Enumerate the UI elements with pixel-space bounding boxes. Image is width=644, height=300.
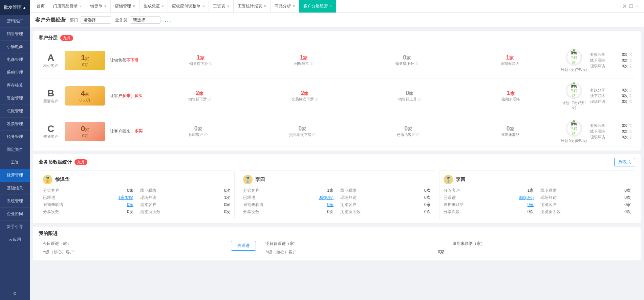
- tab-receivable[interactable]: 应收应付调整单×: [168, 0, 209, 13]
- sidebar-toggle-icon[interactable]: ▲: [23, 6, 26, 9]
- tier-stat-a-0: 1家 销售额下滑 ⓘ: [187, 54, 215, 66]
- tab-close-salary-table[interactable]: ×: [227, 4, 229, 8]
- tab-product-analysis[interactable]: 商品分析×: [271, 0, 299, 13]
- today-label-a: A级（核心）客户: [43, 249, 74, 255]
- tier-stat-b-1: 2家 交易频次下滑 ⓘ: [289, 90, 321, 102]
- tier-stat-b-2: 0家 销售额上升 ⓘ: [395, 90, 424, 102]
- sidebar-item-marketing[interactable]: 营销推广: [0, 15, 30, 28]
- dept-select[interactable]: 请选择: [81, 16, 111, 24]
- staff-stats-2: 分管客户 1家 线下联络 0次 已跟进 0家(0%) 现场拜访 0次 逾期未联络…: [444, 188, 631, 215]
- tier-stats-b: 2家 销售额下滑 ⓘ 2家 交易频次下滑 ⓘ 0家 销售额上升 ⓘ 1家 逾期未…: [148, 90, 560, 102]
- staff-name-2: 李四: [456, 177, 465, 183]
- tier-stat-a-1: 1家 回购异常 ⓘ: [292, 54, 316, 66]
- sidebar-item-system[interactable]: 系统管理: [0, 195, 30, 208]
- section-header: 客户分层 九月: [39, 35, 635, 41]
- section-title: 客户分层: [39, 35, 58, 41]
- tier-count-b: 4家 0.53万: [65, 86, 105, 106]
- staff-label: 业务员: [115, 17, 127, 23]
- sidebar-title: 批发管理: [4, 4, 21, 10]
- tier-circle-a: 0% 已联络 计划 4次 (7天/次): [560, 48, 587, 72]
- tab-close-product-analysis[interactable]: ×: [293, 4, 295, 8]
- tab-sales-order[interactable]: 销货单×: [86, 0, 111, 13]
- sidebar-item-ledger[interactable]: 总账管理: [0, 105, 30, 118]
- tab-close-store-products[interactable]: ×: [80, 4, 82, 8]
- staff-grid: 🥇 徐泽华 分管客户 0家 线下联络 0次 已跟进 1家(0%) 现场拜访 1次…: [39, 170, 635, 219]
- tab-close-sales-order[interactable]: ×: [104, 4, 106, 8]
- tab-voucher[interactable]: 生成凭证×: [139, 0, 168, 13]
- tab-close-receivable[interactable]: ×: [202, 4, 205, 8]
- staff-avatar-2: 🥈: [444, 175, 453, 184]
- tier-count-c: 0家 0万: [65, 122, 105, 141]
- staff-select[interactable]: 请选择: [130, 16, 160, 24]
- sidebar-item-collab[interactable]: 企业协同: [0, 208, 30, 221]
- staff-avatar-1: 🥈: [243, 175, 253, 184]
- page-header: 客户分层经营 部门 请选择 业务员 请选择 ...: [30, 13, 644, 27]
- tab-actions: ✕ □ ≡: [620, 3, 641, 9]
- sidebar-item-inventory[interactable]: 库存核算: [0, 79, 30, 92]
- tier-stat-a-3: 1家 逾期未联络: [498, 54, 522, 66]
- sidebar-item-basic[interactable]: 基础信息: [0, 182, 30, 195]
- sidebar-item-tax[interactable]: 税务管理: [0, 131, 30, 143]
- staff-card-header-0: 🥇 徐泽华: [43, 175, 230, 184]
- tab-close-customer-tier[interactable]: ×: [330, 4, 332, 8]
- today-followup-col: 今日跟进（家） A级（核心）客户: [39, 241, 226, 256]
- tab-store-products[interactable]: 门店商品目录×: [49, 0, 86, 13]
- sidebar-item-guide[interactable]: 新手引导: [0, 221, 30, 233]
- staff-card-0: 🥇 徐泽华 分管客户 0家 线下联络 0次 已跟进 1家(0%) 现场拜访 1次…: [39, 170, 235, 219]
- tier-circle-c: 0% 已联络 计划 0次 (0天/次): [560, 119, 587, 143]
- sidebar-item-mobile[interactable]: 小畅电商: [0, 41, 30, 53]
- biz-header: 业务员数据统计 九月 列表式: [39, 158, 635, 166]
- tomorrow-label: 明日待跟进（家）: [265, 241, 444, 247]
- sidebar-item-sales[interactable]: 销售管理: [0, 28, 30, 41]
- staff-stats-1: 分管客户 1家 线下联络 0次 已跟进 0家(0%) 现场拜访 0次 逾期未联络…: [243, 188, 430, 215]
- sidebar-item-finance[interactable]: 资金管理: [0, 92, 30, 105]
- sidebar-item-invoice[interactable]: 发票管理: [0, 118, 30, 131]
- staff-name-0: 徐泽华: [55, 177, 69, 183]
- staff-avatar-0: 🥇: [43, 175, 52, 184]
- tier-count-a: 1家 0万: [65, 51, 105, 70]
- tomorrow-val-a: 0家: [438, 249, 444, 255]
- tab-action-prev[interactable]: ✕: [622, 3, 627, 9]
- sidebar-item-cloud[interactable]: 云应用: [0, 233, 30, 246]
- dept-label: 部门: [70, 17, 78, 23]
- tab-close-voucher[interactable]: ×: [162, 4, 164, 8]
- dept-filter: 部门 请选择: [70, 16, 111, 24]
- goto-followup-btn[interactable]: 去跟进: [231, 241, 256, 251]
- tab-salary-table[interactable]: 工资表×: [209, 0, 234, 13]
- tomorrow-row-a: A级（核心）客户 0家: [265, 249, 444, 255]
- list-view-btn[interactable]: 列表式: [614, 158, 635, 166]
- staff-card-header-2: 🥈 李四: [444, 175, 631, 184]
- tab-customer-tier[interactable]: 客户分层经营×: [299, 0, 336, 13]
- tab-bar: 首页门店商品目录×销货单×店铺管理×生成凭证×应收应付调整单×工资表×工资统计报…: [30, 0, 644, 13]
- more-filter-btn[interactable]: ...: [165, 17, 172, 24]
- page-title: 客户分层经营: [35, 17, 66, 23]
- biz-stats-section: 业务员数据统计 九月 列表式 🥇 徐泽华 分管客户 0家 线下联络 0次 已跟进…: [33, 154, 641, 223]
- tab-salary-report[interactable]: 工资统计报表×: [234, 0, 271, 13]
- sidebar-item-ecommerce[interactable]: 电商管理: [0, 53, 30, 66]
- settings-icon[interactable]: ⚙: [0, 287, 30, 300]
- biz-title: 业务员数据统计: [39, 159, 72, 165]
- staff-filter: 业务员 请选择: [115, 16, 160, 24]
- tab-home[interactable]: 首页: [33, 0, 49, 13]
- tier-suggestion-c: 让客户回来、多买: [107, 129, 148, 134]
- today-row-a: A级（核心）客户: [43, 249, 221, 255]
- tab-close-store-mgmt[interactable]: ×: [133, 4, 135, 8]
- customer-tier-section: 客户分层 九月 A 核心客户 1家 0万 让销售额不下滑 1家 销售额下滑 ⓘ …: [33, 31, 641, 151]
- tier-suggestion-b: 让客户多来、多买: [107, 93, 148, 99]
- tab-close-salary-report[interactable]: ×: [264, 4, 266, 8]
- staff-card-2: 🥈 李四 分管客户 1家 线下联络 0次 已跟进 0家(0%) 现场拜访 0次 …: [439, 170, 635, 219]
- staff-card-header-1: 🥈 李四: [243, 175, 430, 184]
- tier-stats-c: 0家 休眠客户 ⓘ 0家 交易频次下滑 ⓘ 0家 已激活客户 ⓘ 0家 逾期未联…: [148, 125, 560, 137]
- tab-action-more[interactable]: ≡: [636, 3, 639, 9]
- sidebar-item-assets[interactable]: 固定资产: [0, 143, 30, 156]
- tab-store-mgmt[interactable]: 店铺管理×: [111, 0, 139, 13]
- tier-stat-c-3: 0家 逾期未联络: [498, 125, 522, 137]
- today-label: 今日跟进（家）: [43, 241, 221, 247]
- tier-stat-c-1: 0家 交易频次下滑 ⓘ: [286, 125, 318, 137]
- sidebar-item-management[interactable]: 经营管理: [0, 169, 30, 182]
- staff-card-1: 🥈 李四 分管客户 1家 线下联络 0次 已跟进 0家(0%) 现场拜访 0次 …: [239, 170, 435, 219]
- sidebar-item-purchase[interactable]: 采购管理: [0, 66, 30, 79]
- tab-action-next[interactable]: □: [629, 3, 633, 9]
- content-area: 客户分层经营 部门 请选择 业务员 请选择 ... 客户分层 九月: [30, 13, 644, 300]
- sidebar-item-wage[interactable]: 工资: [0, 156, 30, 169]
